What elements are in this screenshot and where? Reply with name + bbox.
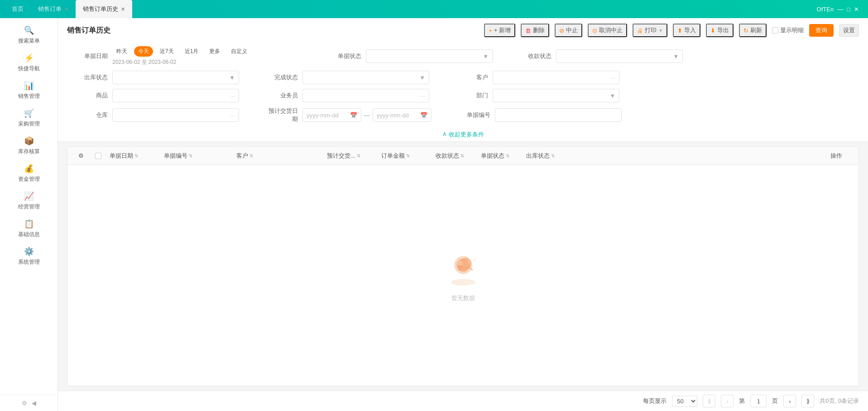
warehouse-select[interactable]: ··· [112,108,239,122]
filter-row-3: 商品 ··· 业务员 ··· 部门 ▼ [76,89,850,102]
th-date[interactable]: 单据日期 ⇅ [106,152,160,160]
order-num-input[interactable] [495,108,622,122]
date-btn-today[interactable]: 今天 [134,46,153,57]
display-detail-checkbox[interactable]: 显示明细 [772,26,804,34]
export-button[interactable]: ⬇ 导出 [706,24,734,37]
out-status-select[interactable]: ▼ [112,71,239,84]
sidebar-item-quick-nav[interactable]: ⚡ 快捷导航 [0,48,58,76]
sidebar-settings-icon[interactable]: ⚙ [22,400,27,406]
sidebar-item-quick-nav-label: 快捷导航 [18,65,40,73]
top-right-text: OfTEn [817,6,834,13]
sidebar-item-system[interactable]: ⚙️ 系统管理 [0,242,58,270]
expected-date-end[interactable]: yyyy-mm-dd 📅 [373,108,432,122]
date-btn-1month[interactable]: 近1月 [181,46,203,57]
product-select[interactable]: ··· [112,89,239,102]
inventory-icon: 📦 [24,136,34,146]
page-size-select[interactable]: 50 20 100 [672,396,697,407]
sidebar-item-operations[interactable]: 📈 经营管理 [0,187,58,214]
order-num-label: 单据编号 [459,111,495,119]
tab-sales-order-history-close[interactable]: ✕ [121,6,125,12]
sidebar-item-sales[interactable]: 📊 销售管理 [0,76,58,104]
page-number-input[interactable] [750,395,767,407]
refresh-button[interactable]: ↻ 刷新 [739,24,767,37]
cancel-stop-button[interactable]: ⊙ 取消中止 [588,24,627,37]
sidebar-item-basic-info[interactable]: 📋 基础信息 [0,214,58,242]
new-icon: + [489,27,492,34]
print-icon: 🖨 [637,27,643,34]
tab-home[interactable]: 首页 [5,0,31,18]
tab-sales-order[interactable]: 销售订单 ✕ [31,0,76,18]
th-customer[interactable]: 客户 ⇅ [233,152,323,160]
search-button[interactable]: 查询 [809,24,834,37]
svg-point-9 [477,261,478,262]
cancel-stop-icon: ⊙ [592,27,597,34]
order-status-select[interactable]: ▼ [366,49,493,63]
th-order-status[interactable]: 单据状态 ⇅ [477,152,523,160]
window-close-icon[interactable]: ✕ [854,6,859,13]
first-page-button[interactable]: ⟪ [703,395,715,407]
sidebar-collapse-icon[interactable]: ◀ [32,400,36,406]
date-btn-7days[interactable]: 近7天 [156,46,178,57]
date-separator: — [364,112,370,119]
sidebar-item-inventory-label: 库存核算 [18,148,40,155]
complete-status-label: 完成状态 [266,73,302,82]
calendar-start-icon[interactable]: 📅 [350,112,357,119]
th-amount[interactable]: 订单金额 ⇅ [378,152,432,160]
th-delivery[interactable]: 预计交货... ⇅ [323,152,378,160]
header-checkbox[interactable] [95,153,101,159]
th-num[interactable]: 单据编号 ⇅ [160,152,233,160]
collapse-row[interactable]: ∧ 收起更多条件 [76,128,850,141]
total-text: 共0页, 0条记录 [820,397,859,405]
sidebar-item-finance[interactable]: 💰 资金管理 [0,159,58,187]
last-page-button[interactable]: ⟫ [801,395,814,407]
th-delivery-sort: ⇅ [357,153,360,158]
complete-status-select[interactable]: ▼ [302,71,429,84]
th-num-sort: ⇅ [189,153,192,158]
delete-button[interactable]: 🗑 删除 [521,24,549,37]
page-title-row: 销售订单历史 + + 新增 🗑 删除 ⊘ 中止 ⊙ [67,24,859,42]
prev-page-button[interactable]: ‹ [721,395,734,407]
tab-sales-order-history[interactable]: 销售订单历史 ✕ [76,0,132,18]
sidebar-item-basic-info-label: 基础信息 [18,231,40,238]
refresh-icon: ↻ [743,27,748,34]
stop-label: 中止 [566,26,578,34]
th-pay-status[interactable]: 收款状态 ⇅ [432,152,477,160]
date-btn-yesterday[interactable]: 昨天 [112,46,131,57]
warehouse-label: 仓库 [76,111,112,119]
date-btn-custom[interactable]: 自定义 [227,46,251,57]
th-out-status[interactable]: 出库状态 ⇅ [523,152,568,160]
salesperson-select[interactable]: ··· [302,89,429,102]
calendar-end-icon[interactable]: 📅 [420,112,427,119]
settings-filter-button[interactable]: 设置 [839,24,859,37]
filter-row-4: 仓库 ··· 预计交货日期 yyyy-mm-dd 📅 — [76,107,850,123]
th-order-sort: ⇅ [506,153,509,158]
order-status-label: 单据状态 [330,52,366,60]
basic-info-icon: 📋 [24,219,34,229]
import-button[interactable]: ⬆ 导入 [673,24,700,37]
page-unit: 页 [772,397,778,405]
window-maximize-icon[interactable]: □ [847,6,850,13]
stop-button[interactable]: ⊘ 中止 [555,24,582,37]
expected-date-start[interactable]: yyyy-mm-dd 📅 [302,108,361,122]
top-right-area: OfTEn — □ ✕ [817,6,863,13]
sidebar-item-inventory[interactable]: 📦 库存核算 [0,131,58,159]
filter-area: 单据日期 昨天 今天 近7天 近1月 更多 自定义 2023-06-02 至 2… [67,42,859,141]
purchase-icon: 🛒 [24,108,34,118]
next-page-button[interactable]: › [783,395,796,407]
print-button[interactable]: 🖨 打印 ▼ [633,24,667,37]
table-area: ⚙ 单据日期 ⇅ 单据编号 ⇅ 客户 ⇅ 预计交货... [67,146,859,386]
window-minimize-icon[interactable]: — [837,6,843,13]
date-btn-more[interactable]: 更多 [205,46,224,57]
th-settings[interactable]: ⚙ [72,152,90,159]
th-checkbox[interactable] [90,153,106,159]
tab-sales-order-close[interactable]: ✕ [64,6,68,12]
sidebar-item-purchase[interactable]: 🛒 采购管理 [0,104,58,131]
department-select[interactable]: ▼ [493,89,619,102]
tab-home-label: 首页 [12,5,24,13]
payment-status-select[interactable]: ▼ [556,49,683,63]
customer-select[interactable]: ··· [493,71,619,84]
sidebar-item-search-menu[interactable]: 🔍 搜索菜单 [0,21,58,48]
settings-gear-icon[interactable]: ⚙ [78,152,84,159]
delete-icon: 🗑 [525,27,531,34]
new-button[interactable]: + + 新增 [484,24,515,37]
